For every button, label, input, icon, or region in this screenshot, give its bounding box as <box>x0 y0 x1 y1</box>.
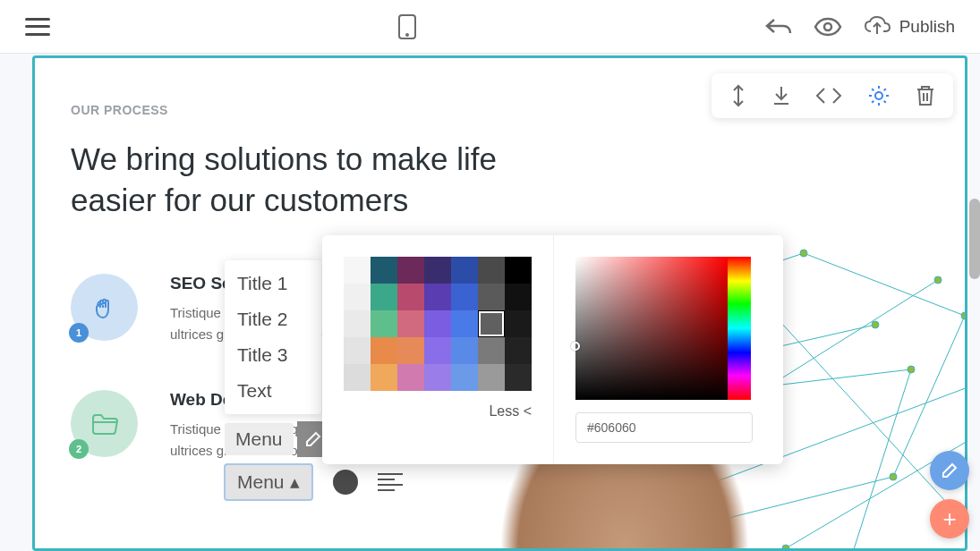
dropdown-title3[interactable]: Title 3 <box>225 337 321 373</box>
section-headline: We bring solutions to make life easier f… <box>71 139 500 220</box>
color-swatch[interactable] <box>344 284 371 310</box>
text-color-button[interactable] <box>333 470 358 495</box>
download-icon[interactable] <box>772 85 790 106</box>
svg-point-1 <box>406 34 408 36</box>
dropdown-text[interactable]: Text <box>225 373 321 409</box>
color-swatch[interactable] <box>371 337 397 364</box>
color-swatch[interactable] <box>397 257 424 284</box>
color-swatch[interactable] <box>424 257 451 284</box>
dropdown-title2[interactable]: Title 2 <box>225 301 321 337</box>
hex-input[interactable] <box>575 412 753 443</box>
service-badge: 2 <box>69 439 89 459</box>
color-swatch[interactable] <box>424 364 451 391</box>
menu-button[interactable]: Menu <box>225 423 294 455</box>
svg-point-25 <box>934 276 942 284</box>
color-swatch[interactable] <box>344 337 371 364</box>
svg-point-22 <box>908 366 915 373</box>
color-swatch[interactable] <box>478 364 505 391</box>
color-swatch[interactable] <box>451 257 478 284</box>
color-swatch[interactable] <box>344 257 371 284</box>
svg-line-10 <box>848 369 911 548</box>
fab-edit-button[interactable] <box>930 451 969 490</box>
color-swatch[interactable] <box>371 364 397 391</box>
text-align-icon[interactable] <box>378 471 403 493</box>
color-swatch[interactable] <box>505 337 532 364</box>
color-swatch[interactable] <box>371 257 397 284</box>
svg-point-18 <box>961 312 965 319</box>
fab-add-button[interactable]: + <box>930 499 969 538</box>
saturation-value-box[interactable] <box>575 257 728 400</box>
color-swatch[interactable] <box>505 310 532 337</box>
color-swatch[interactable] <box>451 310 478 337</box>
scrollbar[interactable] <box>969 199 980 279</box>
color-swatch[interactable] <box>505 257 532 284</box>
color-swatch[interactable] <box>451 284 478 310</box>
color-swatch[interactable] <box>371 310 397 337</box>
topbar: Publish <box>0 0 980 54</box>
less-toggle[interactable]: Less < <box>344 403 532 420</box>
svg-point-17 <box>800 250 807 257</box>
dropdown-title1[interactable]: Title 1 <box>225 266 321 301</box>
publish-label: Publish <box>899 17 955 37</box>
color-swatch[interactable] <box>451 364 478 391</box>
svg-point-26 <box>782 545 789 548</box>
mobile-preview-icon[interactable] <box>397 13 417 40</box>
svg-point-28 <box>872 321 879 328</box>
svg-point-19 <box>890 473 897 480</box>
menu-dropdown-button[interactable]: Menu▴ <box>224 463 313 501</box>
grab-icon: 1 <box>71 274 138 341</box>
color-swatch[interactable] <box>397 284 424 310</box>
service-badge: 1 <box>69 323 89 343</box>
color-swatch[interactable] <box>505 284 532 310</box>
code-icon[interactable] <box>815 87 842 105</box>
svg-point-2 <box>824 23 831 30</box>
color-swatch[interactable] <box>478 257 505 284</box>
undo-icon[interactable] <box>765 16 792 38</box>
color-swatch[interactable] <box>344 310 371 337</box>
color-swatch[interactable] <box>505 364 532 391</box>
text-style-dropdown: Title 1 Title 2 Title 3 Text <box>225 260 321 414</box>
color-swatch[interactable] <box>424 310 451 337</box>
settings-gear-icon[interactable] <box>867 84 891 107</box>
color-swatch[interactable] <box>478 337 505 364</box>
delete-trash-icon[interactable] <box>916 84 935 107</box>
folder-icon: 2 <box>71 390 138 457</box>
color-swatch[interactable] <box>478 284 505 310</box>
color-swatch[interactable] <box>424 284 451 310</box>
move-vertical-icon[interactable] <box>729 84 747 107</box>
color-swatch[interactable] <box>397 337 424 364</box>
hue-slider[interactable] <box>728 257 751 400</box>
color-swatch[interactable] <box>451 337 478 364</box>
svg-point-33 <box>875 92 882 99</box>
swatch-grid <box>344 257 532 391</box>
color-swatch[interactable] <box>397 310 424 337</box>
section-toolbar <box>712 73 953 118</box>
publish-button[interactable]: Publish <box>864 16 955 38</box>
color-swatch[interactable] <box>344 364 371 391</box>
caret-up-icon: ▴ <box>290 471 300 493</box>
sv-cursor[interactable] <box>571 342 580 351</box>
color-swatch[interactable] <box>478 310 505 337</box>
svg-line-5 <box>804 253 965 316</box>
color-swatch[interactable] <box>371 284 397 310</box>
color-swatch[interactable] <box>424 337 451 364</box>
menu-icon[interactable] <box>25 18 50 36</box>
color-picker-popover: Less < <box>322 235 783 464</box>
color-swatch[interactable] <box>397 364 424 391</box>
preview-eye-icon[interactable] <box>814 17 842 37</box>
